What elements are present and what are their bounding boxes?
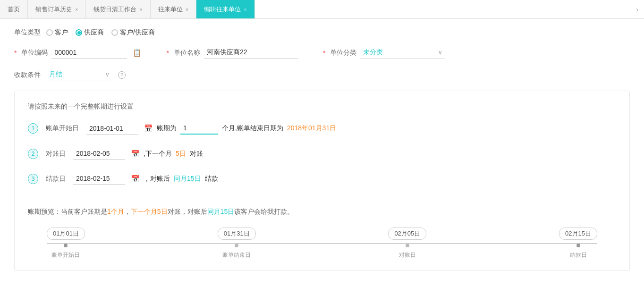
radio-both[interactable]: 客户/供应商 (111, 28, 155, 37)
preview-label: 账期预览：当前客户账期是 (28, 208, 107, 215)
timeline-pill-1: 01月01日 (47, 228, 85, 240)
unit-type-row: 单位类型 客户 供应商 客户/供应商 (14, 28, 630, 37)
payment-value: 月结 (49, 70, 102, 79)
preview-comma1: ， (124, 208, 131, 215)
unit-category-group: * 单位分类 未分类 ∨ (323, 46, 445, 59)
preview-text: 账期预览：当前客户账期是1个月，下一个月5日对账，对账后同月15日该客户会给我打… (28, 208, 616, 216)
unit-name-star: * (166, 49, 169, 57)
step-3-date-input[interactable] (73, 173, 125, 185)
payment-help-icon[interactable]: ? (118, 71, 126, 79)
tab-edit-close-icon[interactable]: × (244, 7, 246, 12)
preview-part5: 该客户会给我打款。 (234, 208, 294, 215)
radio-customer-circle (46, 29, 53, 36)
tab-cash-work[interactable]: 钱货日清工作台 × (86, 0, 150, 18)
radio-customer-label: 客户 (55, 28, 68, 37)
tab-home[interactable]: 首页 (0, 0, 28, 18)
step-1-content: 📅 账期为 个月,账单结束日期为 2018年01月31日 (86, 122, 336, 135)
step-3-cal-icon[interactable]: 📅 (131, 175, 140, 183)
unit-name-input[interactable] (204, 47, 298, 59)
timeline-dot-1 (64, 244, 68, 247)
timeline-pill-4: 02月15日 (559, 228, 597, 240)
payment-label: 收款条件 (14, 71, 41, 79)
step-3-label: 结款日 (46, 175, 66, 183)
preview-part2: 下一个月5日 (131, 208, 168, 215)
tab-edit-partner[interactable]: 编辑往来单位 × (196, 0, 254, 18)
payment-arrow-icon: ∨ (105, 71, 110, 78)
main-content: 单位类型 客户 供应商 客户/供应商 * 单位编码 📋 * (0, 19, 644, 287)
tab-home-label: 首页 (8, 5, 20, 14)
tab-edit-label: 编辑往来单位 (204, 5, 241, 14)
tab-partner[interactable]: 往来单位 × (151, 0, 196, 18)
step-3-row: 3 结款日 📅 ，对账后 同月15日 结款 (28, 173, 616, 185)
tab-sales-close-icon[interactable]: × (75, 7, 78, 12)
timeline-node-4: 02月15日 结款日 (559, 228, 597, 259)
step-2-highlight1: 5日 (176, 150, 186, 158)
timeline-node-3: 02月05日 对账日 (388, 228, 426, 259)
tab-cash-close-icon[interactable]: × (139, 7, 142, 12)
step-2-cal-icon[interactable]: 📅 (131, 150, 140, 158)
tab-partner-close-icon[interactable]: × (186, 7, 188, 12)
tab-sales-label: 销售订单历史 (35, 5, 72, 14)
radio-supplier-label: 供应商 (84, 28, 104, 37)
step-2-label: 对账日 (46, 150, 66, 158)
step-1-suffix-before: 账期为 (157, 124, 177, 133)
timeline-dot-2 (235, 244, 238, 247)
unit-type-label: 单位类型 (14, 28, 41, 37)
preview-part4: 同月15日 (207, 208, 235, 215)
step-3-highlight1: 同月15日 (174, 175, 201, 183)
timeline-label-2: 账单结束日 (222, 251, 251, 259)
timeline-wrapper: 01月01日 账单开始日 01月31日 账单结束日 02月05日 对账日 02月… (28, 228, 616, 259)
unit-code-copy-icon[interactable]: 📋 (133, 49, 142, 57)
radio-supplier[interactable]: 供应商 (76, 28, 104, 37)
timeline-label-1: 账单开始日 (51, 251, 80, 259)
radio-both-circle (111, 29, 118, 36)
tab-partner-label: 往来单位 (158, 5, 183, 14)
unit-code-label: 单位编码 (21, 49, 48, 57)
timeline-node-1: 01月01日 账单开始日 (47, 228, 85, 259)
section-divider (28, 198, 616, 198)
step-3-suffix1: ，对账后 (144, 175, 170, 183)
section-title: 请按照未来的一个完整帐期进行设置 (28, 102, 616, 111)
preview-part1: 1个月 (107, 208, 124, 215)
unit-info-row: * 单位编码 📋 * 单位名称 * 单位分类 未分类 ∨ (14, 46, 630, 59)
payment-row: 收款条件 月结 ∨ ? (14, 68, 630, 81)
unit-type-radio-group: 客户 供应商 客户/供应商 (46, 28, 155, 37)
radio-both-label: 客户/供应商 (120, 28, 155, 37)
step-2-content: 📅 ,下一个月 5日 对账 (73, 148, 203, 160)
step-1-date-input[interactable] (86, 123, 138, 135)
step-2-date-input[interactable] (73, 148, 125, 160)
timeline-label-3: 对账日 (399, 251, 416, 259)
radio-customer[interactable]: 客户 (46, 28, 68, 37)
unit-category-value: 未分类 (363, 48, 434, 57)
step-3-content: 📅 ，对账后 同月15日 结款 (73, 173, 218, 185)
preview-part3: 对账，对账后 (168, 208, 207, 215)
unit-category-star: * (323, 49, 325, 57)
unit-code-group: * 单位编码 📋 (14, 47, 142, 59)
timeline-node-2: 01月31日 账单结束日 (218, 228, 256, 259)
period-settings-section: 请按照未来的一个完整帐期进行设置 1 账单开始日 📅 账期为 个月,账单结束日期… (14, 91, 630, 271)
unit-code-input[interactable] (51, 47, 127, 59)
step-1-num-input[interactable] (180, 122, 218, 135)
step-1-date-result: 2018年01月31日 (287, 124, 336, 133)
timeline-pill-2: 01月31日 (218, 228, 256, 240)
step-2-suffix1: ,下一个月 (144, 150, 172, 158)
step-2-num: 2 (28, 149, 38, 159)
unit-category-label: 单位分类 (330, 49, 356, 57)
radio-supplier-circle (76, 29, 82, 36)
step-3-suffix2: 结款 (205, 175, 218, 183)
step-1-cal-icon[interactable]: 📅 (144, 124, 153, 133)
step-2-suffix2: 对账 (190, 150, 203, 158)
tab-bar: 首页 销售订单历史 × 钱货日清工作台 × 往来单位 × 编辑往来单位 × › (0, 0, 644, 19)
unit-name-label: 单位名称 (174, 49, 200, 57)
tab-sales-history[interactable]: 销售订单历史 × (28, 0, 86, 18)
tab-cash-label: 钱货日清工作台 (93, 5, 136, 14)
tab-expand-button[interactable]: › (630, 0, 644, 18)
unit-category-arrow-icon: ∨ (438, 49, 442, 56)
unit-code-star: * (14, 49, 17, 57)
step-1-label: 账单开始日 (46, 124, 79, 133)
step-1-num: 1 (28, 123, 38, 134)
step-3-num: 3 (28, 174, 38, 184)
payment-dropdown[interactable]: 月结 ∨ (46, 68, 112, 81)
unit-category-dropdown[interactable]: 未分类 ∨ (360, 46, 445, 59)
step-1-suffix-mid: 个月,账单结束日期为 (222, 124, 283, 133)
